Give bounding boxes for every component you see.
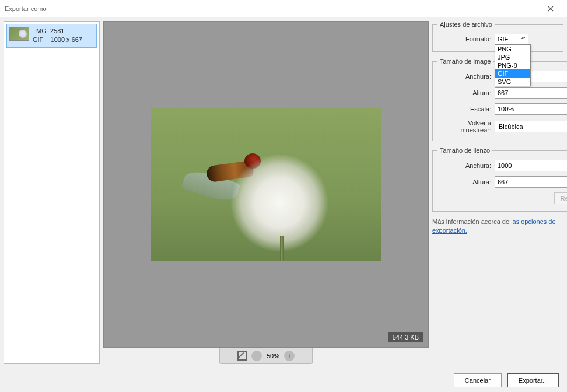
restore-button: Restaurar (554, 192, 567, 204)
zoom-toolbar: − 50% + (219, 348, 313, 364)
format-label: Formato: (438, 36, 491, 43)
filesize-badge: 544.3 KB (388, 332, 424, 342)
canvas-width-input[interactable] (495, 160, 567, 172)
main-area: _MG_2581 GIF 1000 x 667 544.3 KB − 50% (0, 18, 567, 368)
preview-panel: 544.3 KB − 50% + (103, 21, 429, 364)
canvas-size-group: Tamaño de lienzo Anchura: px Altura: px … (432, 147, 567, 212)
image-width-label: Anchura: (438, 73, 491, 80)
settings-panel: Ajustes de archivo Formato: GIF PNG JPG … (432, 21, 564, 364)
crop-icon[interactable] (237, 351, 247, 360)
info-text: Más información acerca de (432, 218, 511, 225)
image-height-input[interactable] (495, 87, 567, 99)
canvas-size-legend: Tamaño de lienzo (438, 147, 492, 154)
titlebar: Exportar como (0, 0, 567, 18)
thumbnail-item[interactable]: _MG_2581 GIF 1000 x 667 (6, 24, 97, 48)
thumbnail-image (9, 27, 29, 41)
export-button[interactable]: Exportar... (508, 373, 559, 387)
thumbnail-format: GIF (33, 36, 43, 43)
thumbnail-list: _MG_2581 GIF 1000 x 667 (4, 21, 100, 364)
canvas-height-label: Altura: (438, 178, 491, 186)
preview-image (151, 108, 382, 261)
thumbnail-filename: _MG_2581 (33, 27, 82, 36)
canvas-height-input[interactable] (495, 176, 567, 188)
format-option-png8[interactable]: PNG-8 (495, 61, 530, 69)
export-info: Más información acerca de las opciones d… (432, 218, 564, 236)
zoom-out-button[interactable]: − (251, 351, 262, 361)
image-size-legend: Tamaño de image (438, 58, 493, 65)
format-option-gif[interactable]: GIF (495, 69, 530, 78)
file-settings-legend: Ajustes de archivo (438, 21, 495, 28)
file-settings-group: Ajustes de archivo Formato: GIF PNG JPG … (432, 21, 564, 52)
format-select[interactable]: GIF (495, 34, 528, 44)
scale-label: Escala: (438, 106, 491, 113)
thumbnail-info: _MG_2581 GIF 1000 x 667 (33, 27, 82, 45)
thumbnail-dimensions: 1000 x 667 (51, 36, 82, 43)
resample-select[interactable]: Bicúbica (495, 121, 567, 132)
preview-canvas[interactable]: 544.3 KB (103, 21, 429, 348)
window-title: Exportar como (5, 5, 47, 12)
format-dropdown: PNG JPG PNG-8 GIF SVG (495, 44, 531, 86)
canvas-width-label: Anchura: (438, 162, 491, 169)
format-option-png[interactable]: PNG (495, 45, 530, 53)
format-option-svg[interactable]: SVG (495, 78, 530, 86)
scale-input[interactable] (495, 103, 567, 115)
format-option-jpg[interactable]: JPG (495, 53, 530, 61)
image-height-label: Altura: (438, 89, 491, 96)
zoom-value: 50% (267, 352, 279, 359)
zoom-in-button[interactable]: + (284, 351, 295, 361)
close-button[interactable] (539, 0, 562, 18)
cancel-button[interactable]: Cancelar (454, 373, 502, 387)
dialog-footer: Cancelar Exportar... (0, 368, 567, 392)
resample-label: Volver a muestrear: (438, 120, 491, 134)
